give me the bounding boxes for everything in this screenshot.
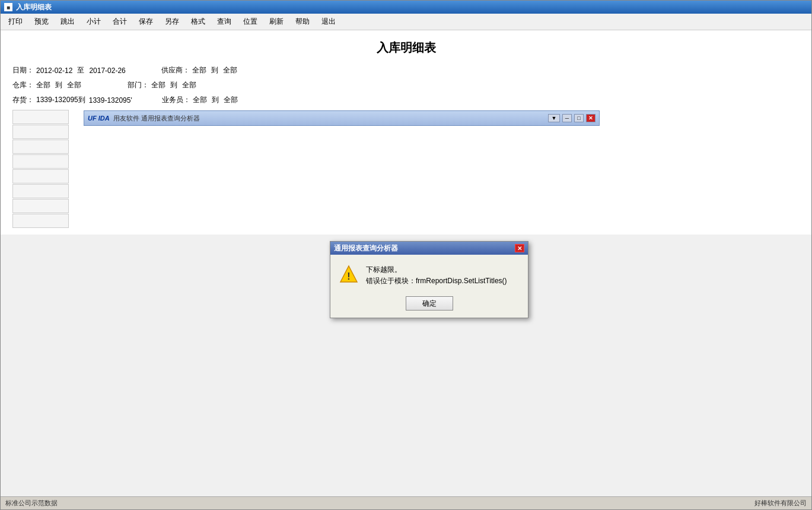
inventory-from: 1339-132095到 (36, 95, 85, 105)
content-area: 入库明细表 日期： 2012-02-12 至 2017-02-26 供应商： 全… (1, 30, 811, 235)
sidebar-cell-8 (12, 214, 69, 228)
warehouse-from: 全部 (36, 80, 50, 90)
ufida-bar-left: UF IDA 用友软件 通用报表查询分析器 (88, 114, 200, 123)
supplier-to-label: 到 (211, 65, 218, 75)
ufida-restore-button[interactable]: □ (574, 114, 584, 122)
sidebar-cell-1 (12, 110, 69, 124)
staff-from: 全部 (193, 95, 207, 105)
sidebar-cell-2 (12, 125, 69, 139)
dialog-message-line2: 错误位于模块：frmReportDisp.SetListTitles() (366, 275, 507, 287)
date-to-label: 至 (77, 65, 84, 75)
staff-filter: 业务员： 全部 到 全部 (162, 95, 238, 105)
menu-print[interactable]: 打印 (3, 14, 28, 29)
ufida-subtitle: 用友软件 通用报表查询分析器 (113, 114, 200, 123)
date-to: 2017-02-26 (89, 66, 125, 75)
dept-filter: 部门： 全部 到 全部 (128, 80, 196, 90)
warehouse-to: 全部 (67, 80, 81, 90)
dept-to: 全部 (182, 80, 196, 90)
dialog-body: ! 下标越限。 错误位于模块：frmReportDisp.SetListTitl… (330, 255, 528, 318)
menu-exit[interactable]: 退出 (316, 14, 341, 29)
sidebar-cell-7 (12, 199, 69, 213)
ufida-close-button[interactable]: ✕ (586, 114, 596, 122)
report-title: 入库明细表 (12, 40, 800, 56)
staff-to-label: 到 (212, 95, 219, 105)
table-area (12, 110, 800, 229)
sidebar-cell-3 (12, 140, 69, 154)
ufida-bar-controls: ▼ ─ □ ✕ (548, 114, 596, 122)
dialog-ok-button[interactable]: 确定 (406, 296, 453, 311)
dialog-buttons: 确定 (339, 296, 520, 311)
menu-export[interactable]: 跳出 (55, 14, 80, 29)
warehouse-filter: 仓库： 全部 到 全部 (12, 80, 81, 90)
dept-to-label: 到 (170, 80, 177, 90)
ufida-logo: UF IDA (88, 115, 110, 122)
ufida-dropdown-button[interactable]: ▼ (548, 114, 560, 122)
date-label: 日期： (12, 65, 34, 75)
left-sidebar (12, 110, 69, 229)
main-window: ■ 入库明细表 打印 预览 跳出 小计 合计 保存 另存 格式 查询 位置 刷新… (0, 0, 812, 510)
window-title: 入库明细表 (16, 2, 52, 12)
dept-from: 全部 (151, 80, 165, 90)
menu-saveas[interactable]: 另存 (160, 14, 184, 29)
warehouse-label: 仓库： (12, 80, 34, 90)
warning-icon: ! (339, 264, 359, 284)
menu-help[interactable]: 帮助 (290, 14, 315, 29)
dialog-message-text: 下标越限。 错误位于模块：frmReportDisp.SetListTitles… (366, 264, 507, 287)
menu-subtotal[interactable]: 小计 (81, 14, 106, 29)
inventory-filter: 存货： 1339-132095到 1339-132095' (12, 95, 132, 105)
inventory-label: 存货： (12, 95, 34, 105)
filter-row-3: 存货： 1339-132095到 1339-132095' 业务员： 全部 到 … (12, 95, 800, 105)
menu-refresh[interactable]: 刷新 (264, 14, 289, 29)
warehouse-to-label: 到 (55, 80, 62, 90)
inventory-to: 1339-132095' (89, 96, 132, 104)
error-dialog: 通用报表查询分析器 ✕ ! 下标越限。 错误位于模块：frmReportDisp… (330, 241, 528, 318)
menu-position[interactable]: 位置 (238, 14, 263, 29)
date-filter: 日期： 2012-02-12 至 2017-02-26 (12, 65, 126, 75)
title-bar-icon: ■ (4, 3, 12, 11)
menu-query[interactable]: 查询 (212, 14, 237, 29)
dialog-close-button[interactable]: ✕ (515, 244, 524, 252)
menu-save[interactable]: 保存 (133, 14, 158, 29)
filter-row-1: 日期： 2012-02-12 至 2017-02-26 供应商： 全部 到 全部 (12, 65, 800, 75)
filter-row-2: 仓库： 全部 到 全部 部门： 全部 到 全部 (12, 80, 800, 90)
title-bar: ■ 入库明细表 (1, 1, 811, 14)
staff-label: 业务员： (162, 95, 190, 105)
menu-preview[interactable]: 预览 (29, 14, 54, 29)
supplier-label: 供应商： (161, 65, 190, 75)
status-left: 标准公司示范数据 (5, 499, 400, 508)
menu-total[interactable]: 合计 (107, 14, 132, 29)
supplier-filter: 供应商： 全部 到 全部 (161, 65, 237, 75)
status-bar: 标准公司示范数据 好棒软件有限公司 (1, 496, 811, 509)
ufida-minimize-button[interactable]: ─ (562, 114, 572, 122)
supplier-from: 全部 (192, 65, 206, 75)
sidebar-cell-4 (12, 154, 69, 169)
status-right: 好棒软件有限公司 (412, 499, 807, 508)
dialog-message-row: ! 下标越限。 错误位于模块：frmReportDisp.SetListTitl… (339, 264, 520, 287)
dept-label: 部门： (128, 80, 149, 90)
supplier-to: 全部 (223, 65, 237, 75)
menu-bar: 打印 预览 跳出 小计 合计 保存 另存 格式 查询 位置 刷新 帮助 退出 (1, 14, 811, 30)
dialog-message-line1: 下标越限。 (366, 264, 507, 275)
svg-text:!: ! (347, 271, 350, 281)
menu-format[interactable]: 格式 (186, 14, 211, 29)
staff-to: 全部 (224, 95, 238, 105)
dialog-title-bar: 通用报表查询分析器 ✕ (330, 242, 528, 255)
sidebar-cell-6 (12, 184, 69, 198)
ufida-bar: UF IDA 用友软件 通用报表查询分析器 ▼ ─ □ ✕ (84, 110, 600, 126)
date-from: 2012-02-12 (36, 66, 72, 75)
sidebar-cell-5 (12, 169, 69, 183)
dialog-title: 通用报表查询分析器 (334, 243, 398, 254)
